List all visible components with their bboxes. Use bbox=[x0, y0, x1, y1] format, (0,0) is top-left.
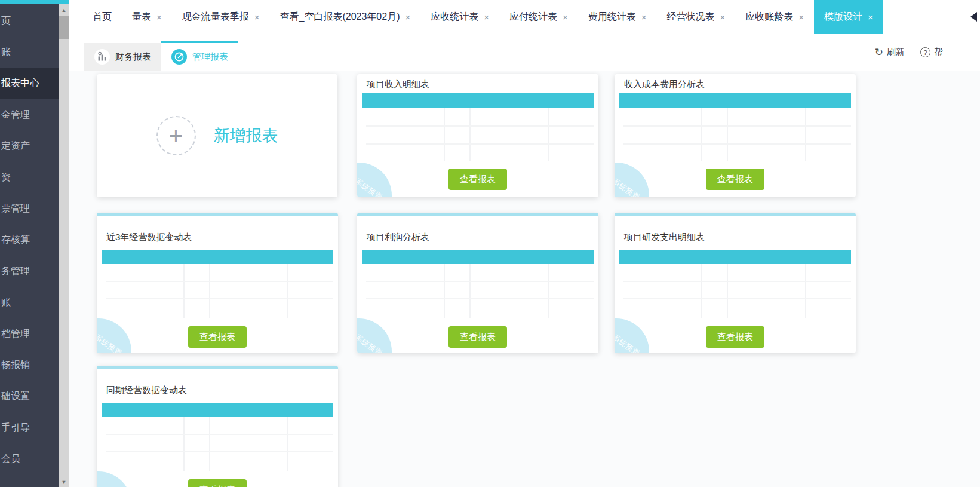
close-icon[interactable]: × bbox=[563, 12, 568, 22]
sidebar-item[interactable]: 畅报销 bbox=[0, 350, 59, 381]
report-card: 同期经营数据变动表查看报表系统预置 bbox=[97, 366, 338, 487]
tab-list: 首页量表×现金流量表季报×查看_空白报表(2023年02月)×应收统计表×应付统… bbox=[82, 11, 883, 22]
mini-table-gridline bbox=[469, 264, 471, 318]
document-tab-bar: 首页量表×现金流量表季报×查看_空白报表(2023年02月)×应收统计表×应付统… bbox=[69, 0, 980, 34]
add-report-card[interactable]: + 新增报表 bbox=[97, 74, 337, 197]
refresh-label: 刷新 bbox=[887, 47, 905, 58]
document-tab[interactable]: 量表× bbox=[122, 0, 172, 34]
close-icon[interactable]: × bbox=[254, 12, 260, 22]
document-tab[interactable]: 费用统计表× bbox=[578, 0, 657, 34]
report-card: 近3年经营数据变动表查看报表系统预置 bbox=[97, 213, 338, 353]
system-preset-label: 系统预置 bbox=[97, 333, 124, 353]
mini-table-gridline bbox=[209, 417, 210, 471]
mini-table-gridline bbox=[727, 108, 728, 161]
system-preset-badge: 系统预置 bbox=[615, 163, 649, 197]
view-report-button[interactable]: 查看报表 bbox=[448, 326, 507, 348]
sidebar-item-active[interactable]: 报表中心 bbox=[0, 68, 59, 99]
help-button[interactable]: ? 帮 bbox=[920, 47, 943, 58]
mini-table-header bbox=[362, 250, 594, 264]
document-tab[interactable]: 应收账龄表× bbox=[735, 0, 814, 34]
mini-table-gridline bbox=[366, 281, 594, 282]
scrollbar-thumb[interactable] bbox=[59, 16, 69, 39]
refresh-button[interactable]: ↻ 刷新 bbox=[875, 46, 905, 59]
view-report-button[interactable]: 查看报表 bbox=[188, 479, 247, 487]
sidebar-item[interactable]: 定资产 bbox=[0, 131, 59, 162]
app-window: 页账报表中心金管理定资产资票管理存核算务管理账档管理畅报销础设置手引导会员 ▲ … bbox=[0, 0, 980, 487]
help-label: 帮 bbox=[934, 47, 943, 58]
tab-label: 现金流量表季报 bbox=[182, 11, 249, 23]
sidebar-item[interactable]: 账 bbox=[0, 36, 59, 68]
view-report-button[interactable]: 查看报表 bbox=[448, 169, 507, 190]
mini-table-gridline bbox=[805, 264, 806, 318]
sidebar-item[interactable]: 会员 bbox=[0, 443, 59, 474]
document-tab[interactable]: 模版设计× bbox=[814, 0, 883, 34]
system-preset-badge: 系统预置 bbox=[97, 318, 131, 353]
close-icon[interactable]: × bbox=[868, 12, 873, 22]
tab-label: 应收账龄表 bbox=[745, 11, 793, 23]
mini-table-header bbox=[102, 250, 333, 264]
sidebar-item[interactable]: 资 bbox=[0, 162, 59, 193]
mini-table-gridline bbox=[183, 417, 185, 471]
report-card: 项目研发支出明细表查看报表系统预置 bbox=[615, 213, 856, 353]
mini-table-gridline bbox=[727, 264, 728, 318]
system-preset-label: 系统预置 bbox=[615, 333, 641, 353]
close-icon[interactable]: × bbox=[405, 12, 410, 22]
document-tab[interactable]: 首页 bbox=[82, 0, 122, 34]
sidebar-item[interactable]: 档管理 bbox=[0, 318, 59, 350]
close-icon[interactable]: × bbox=[484, 12, 489, 22]
sidebar-item[interactable]: 存核算 bbox=[0, 225, 59, 256]
mini-table-gridline bbox=[701, 108, 702, 161]
system-preset-badge: 系统预置 bbox=[357, 318, 392, 353]
sidebar-item[interactable]: 手引导 bbox=[0, 412, 59, 443]
view-report-button[interactable]: 查看报表 bbox=[188, 326, 247, 348]
tab-management-reports[interactable]: 管理报表 bbox=[161, 41, 238, 71]
system-preset-label: 系统预置 bbox=[615, 177, 641, 197]
mini-table-gridline bbox=[287, 417, 288, 471]
mini-table-gridline bbox=[623, 125, 851, 127]
help-icon: ? bbox=[920, 47, 930, 57]
tab-management-reports-label: 管理报表 bbox=[192, 51, 228, 63]
mini-table-gridline bbox=[106, 451, 333, 452]
sidebar-item[interactable]: 金管理 bbox=[0, 99, 59, 130]
close-icon[interactable]: × bbox=[720, 12, 726, 22]
tab-overflow-left-arrow-icon[interactable] bbox=[970, 12, 977, 22]
mini-table-header bbox=[619, 93, 851, 108]
tab-financial-reports[interactable]: 财务报表 bbox=[84, 43, 161, 71]
mini-table-gridline bbox=[548, 108, 549, 161]
document-tab[interactable]: 查看_空白报表(2023年02月)× bbox=[270, 0, 421, 34]
report-toolbar: 财务报表 管理报表 ↻ 刷新 ? 帮 bbox=[69, 34, 980, 71]
tab-label: 首页 bbox=[93, 11, 112, 23]
close-icon[interactable]: × bbox=[641, 12, 647, 22]
sidebar-item[interactable]: 页 bbox=[0, 5, 59, 36]
sidebar-item[interactable]: 础设置 bbox=[0, 381, 59, 412]
document-tab[interactable]: 应付统计表× bbox=[499, 0, 578, 34]
view-report-button[interactable]: 查看报表 bbox=[706, 326, 764, 348]
report-card-title: 近3年经营数据变动表 bbox=[106, 232, 192, 243]
sidebar-item[interactable]: 务管理 bbox=[0, 256, 59, 287]
close-icon[interactable]: × bbox=[798, 12, 804, 22]
document-tab[interactable]: 应收统计表× bbox=[420, 0, 499, 34]
mini-table-gridline bbox=[106, 298, 333, 299]
sidebar-item[interactable]: 票管理 bbox=[0, 193, 59, 224]
sidebar-scrollbar[interactable]: ▲ ▼ bbox=[59, 4, 69, 487]
report-type-tabs: 财务报表 管理报表 bbox=[84, 41, 238, 71]
view-report-button[interactable]: 查看报表 bbox=[706, 169, 764, 190]
add-report-label: 新增报表 bbox=[214, 125, 278, 146]
report-card-title: 项目收入明细表 bbox=[367, 79, 429, 90]
close-icon[interactable]: × bbox=[156, 12, 162, 22]
report-card: 收入成本费用分析表查看报表系统预置 bbox=[615, 74, 856, 197]
sidebar-item[interactable]: 账 bbox=[0, 287, 59, 318]
scroll-down-icon[interactable]: ▼ bbox=[59, 477, 69, 487]
report-card-title: 项目研发支出明细表 bbox=[624, 232, 705, 243]
mini-table-gridline bbox=[701, 264, 702, 318]
document-tab[interactable]: 现金流量表季报× bbox=[172, 0, 270, 34]
mini-table-gridline bbox=[209, 264, 210, 318]
system-preset-label: 系统预置 bbox=[357, 333, 384, 353]
mini-table-header bbox=[362, 93, 594, 108]
mini-table-gridline bbox=[287, 264, 288, 318]
mini-table-header bbox=[619, 250, 851, 264]
document-tab[interactable]: 经营状况表× bbox=[657, 0, 736, 34]
tab-label: 模版设计 bbox=[824, 11, 862, 23]
mini-table-header bbox=[102, 403, 333, 417]
scroll-up-icon[interactable]: ▲ bbox=[59, 5, 69, 15]
